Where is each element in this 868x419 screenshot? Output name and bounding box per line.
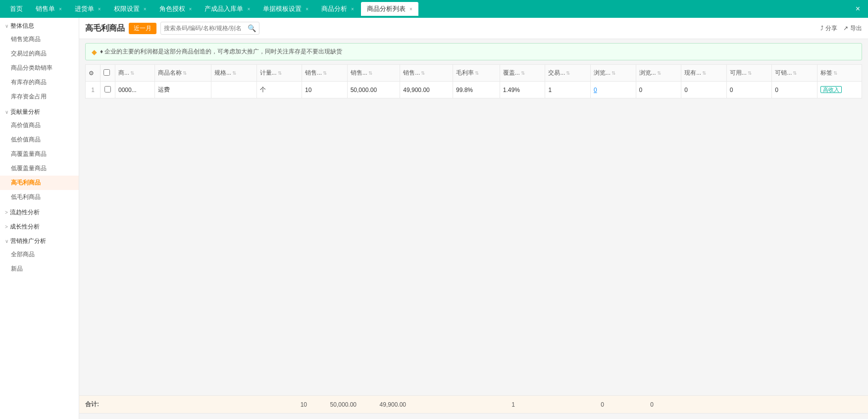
horizontal-scrollbar[interactable]: [79, 413, 868, 419]
sort-icon[interactable]: ⇅: [833, 70, 837, 76]
table-container: ⚙商...⇅商品名称⇅规格...⇅计量...⇅销售...⇅销售...⇅销售...…: [79, 64, 868, 395]
browse1-link[interactable]: 0: [594, 87, 597, 93]
nav-close-icon[interactable]: ×: [409, 6, 412, 12]
sidebar-item-库存资金占用[interactable]: 库存资金占用: [0, 90, 79, 104]
col-header-2[interactable]: 商...⇅: [115, 65, 155, 82]
nav-item-单据模板设置[interactable]: 单据模板设置×: [257, 2, 314, 16]
section-label: 流趋性分析: [10, 208, 40, 217]
search-input[interactable]: [164, 25, 246, 32]
search-icon[interactable]: 🔍: [248, 24, 256, 32]
col-header-16[interactable]: 可销...⇅: [772, 65, 817, 82]
nav-close-icon[interactable]: ×: [306, 6, 308, 12]
sidebar-section-成长性分析[interactable]: >成长性分析: [0, 219, 79, 233]
row-checkbox[interactable]: [104, 86, 111, 93]
col-label: 交易...: [548, 69, 565, 77]
filter-button[interactable]: 近一月: [129, 23, 156, 34]
col-header-15[interactable]: 可用...⇅: [726, 65, 772, 82]
col-label: 规格...: [214, 69, 231, 77]
sort-icon[interactable]: ⇅: [748, 70, 752, 76]
sort-icon[interactable]: ⇅: [130, 70, 134, 76]
sidebar-item-商品分类助销率[interactable]: 商品分类助销率: [0, 61, 79, 75]
sort-icon[interactable]: ⇅: [232, 70, 236, 76]
col-header-6[interactable]: 销售...⇅: [302, 65, 348, 82]
sidebar-item-有库存的商品[interactable]: 有库存的商品: [0, 75, 79, 90]
sidebar-item-高毛利商品[interactable]: 高毛利商品: [0, 176, 79, 190]
sort-icon[interactable]: ⇅: [278, 70, 282, 76]
share-icon: ⤴: [820, 25, 823, 32]
table-row: 10000...运费个1050,000.0049,900.0099.8%1.49…: [86, 82, 862, 98]
sidebar-section-流趋性分析[interactable]: >流趋性分析: [0, 204, 79, 219]
sidebar-item-低毛利商品[interactable]: 低毛利商品: [0, 190, 79, 204]
nav-item-商品分析[interactable]: 商品分析×: [315, 2, 360, 16]
sidebar-item-全部商品[interactable]: 全部商品: [0, 247, 79, 262]
sort-icon[interactable]: ⇅: [793, 70, 797, 76]
col-label: 商...: [118, 69, 129, 77]
col-header-7[interactable]: 销售...⇅: [347, 65, 400, 82]
sort-icon[interactable]: ⇅: [702, 70, 706, 76]
nav-close-icon[interactable]: ×: [98, 6, 101, 12]
row-available: 0: [726, 82, 772, 98]
sidebar-item-销售览商品[interactable]: 销售览商品: [0, 32, 79, 47]
share-button[interactable]: ⤴ 分享: [820, 24, 837, 33]
sidebar-item-低价值商品[interactable]: 低价值商品: [0, 133, 79, 147]
col-header-5[interactable]: 计量...⇅: [256, 65, 302, 82]
sort-icon[interactable]: ⇅: [421, 70, 425, 76]
nav-close-icon[interactable]: ×: [351, 6, 354, 12]
col-label: 标签: [820, 69, 832, 77]
col-header-3[interactable]: 商品名称⇅: [154, 65, 211, 82]
sidebar-item-高价值商品[interactable]: 高价值商品: [0, 118, 79, 133]
col-header-8[interactable]: 销售...⇅: [400, 65, 453, 82]
sidebar-section-营销推广分析[interactable]: ∨营销推广分析: [0, 233, 79, 247]
col-label: 商品名称: [158, 69, 182, 77]
nav-label: 进货单: [75, 4, 94, 13]
row-current: 0: [681, 82, 727, 98]
sort-icon[interactable]: ⇅: [368, 70, 372, 76]
col-header-17[interactable]: 标签⇅: [817, 65, 862, 82]
sidebar-item-交易过的商品[interactable]: 交易过的商品: [0, 47, 79, 61]
select-all-checkbox[interactable]: [103, 69, 110, 76]
nav-close-icon[interactable]: ×: [247, 6, 250, 12]
col-label: 浏览...: [594, 69, 611, 77]
nav-item-进货单[interactable]: 进货单×: [69, 2, 107, 16]
section-label: 成长性分析: [10, 223, 40, 231]
sidebar-item-低覆盖量商品[interactable]: 低覆盖量商品: [0, 161, 79, 176]
nav-label: 商品分析: [321, 4, 347, 13]
section-label: 贡献量分析: [10, 108, 40, 116]
sort-icon[interactable]: ⇅: [183, 70, 187, 76]
sidebar-item-新品[interactable]: 新品: [0, 262, 79, 276]
settings-icon[interactable]: ⚙: [89, 70, 94, 77]
col-header-13[interactable]: 浏览...⇅: [636, 65, 681, 82]
nav-item-产成品入库单[interactable]: 产成品入库单×: [199, 2, 256, 16]
nav-item-首页[interactable]: 首页: [4, 2, 29, 16]
nav-label: 商品分析列表: [367, 4, 406, 13]
nav-close-icon[interactable]: ×: [144, 6, 147, 12]
sidebar-section-贡献量分析[interactable]: ∨贡献量分析: [0, 104, 79, 118]
sort-icon[interactable]: ⇅: [521, 70, 525, 76]
nav-item-销售单[interactable]: 销售单×: [30, 2, 68, 16]
close-all-tabs[interactable]: ×: [852, 4, 864, 13]
nav-item-商品分析列表[interactable]: 商品分析列表×: [361, 2, 418, 16]
nav-label: 产成品入库单: [204, 4, 243, 13]
sidebar-item-高覆盖量商品[interactable]: 高覆盖量商品: [0, 147, 79, 161]
row-gross-rate: 99.8%: [453, 82, 500, 98]
col-header-10[interactable]: 覆盖...⇅: [500, 65, 545, 82]
col-header-9[interactable]: 毛利率⇅: [453, 65, 500, 82]
nav-label: 销售单: [36, 4, 55, 13]
sort-icon[interactable]: ⇅: [323, 70, 327, 76]
col-header-4[interactable]: 规格...⇅: [211, 65, 256, 82]
data-table: ⚙商...⇅商品名称⇅规格...⇅计量...⇅销售...⇅销售...⇅销售...…: [85, 64, 862, 98]
nav-item-权限设置[interactable]: 权限设置×: [108, 2, 153, 16]
nav-item-角色授权[interactable]: 角色授权×: [153, 2, 198, 16]
sort-icon[interactable]: ⇅: [612, 70, 615, 76]
col-header-14[interactable]: 现有...⇅: [681, 65, 727, 82]
nav-close-icon[interactable]: ×: [59, 6, 62, 12]
col-header-11[interactable]: 交易...⇅: [545, 65, 591, 82]
sort-icon[interactable]: ⇅: [566, 70, 570, 76]
nav-close-icon[interactable]: ×: [189, 6, 192, 12]
col-header-12[interactable]: 浏览...⇅: [590, 65, 636, 82]
sort-icon[interactable]: ⇅: [475, 70, 479, 76]
export-button[interactable]: ↗ 导出: [843, 24, 862, 33]
sidebar-section-整体信息[interactable]: ∨整体信息: [0, 18, 79, 32]
sort-icon[interactable]: ⇅: [657, 70, 661, 76]
row-name: 运费: [154, 82, 211, 98]
